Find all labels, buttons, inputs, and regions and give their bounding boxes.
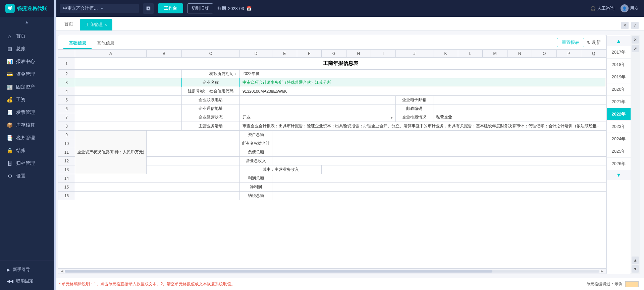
- year-2018[interactable]: 2018年: [607, 59, 631, 71]
- cell-7a: [75, 113, 182, 122]
- cell-5k[interactable]: [433, 96, 606, 104]
- year-nav-up-button[interactable]: ▲: [607, 36, 631, 46]
- year-nav-down-button[interactable]: ▼: [607, 170, 631, 180]
- year-2026[interactable]: 2026年: [607, 158, 631, 170]
- sidebar-label-inventory: 库存核算: [16, 122, 35, 128]
- row-num-6: 6: [58, 104, 75, 113]
- year-2022[interactable]: 2022年: [607, 108, 631, 121]
- table-row: 5 企业联系电话 企业电子邮箱: [58, 96, 606, 104]
- horizontal-scrollbar[interactable]: ◀ ▶: [58, 268, 606, 274]
- sidebar-item-inventory[interactable]: 📦 库存核算: [0, 119, 54, 132]
- sub-tab-basic[interactable]: 基础信息: [63, 38, 92, 49]
- year-2021[interactable]: 2021年: [607, 96, 631, 108]
- sidebar-item-newbie[interactable]: ▶ 新手引导: [0, 264, 54, 275]
- asset-icon: 🏢: [7, 84, 13, 90]
- copy-button[interactable]: ⧉: [143, 3, 154, 14]
- row-num-13: 13: [58, 165, 75, 174]
- panel-expand-button[interactable]: ⤢: [632, 45, 639, 52]
- cell-16d[interactable]: [272, 192, 606, 200]
- row-num-14: 14: [58, 174, 75, 183]
- row-num-8: 8: [58, 122, 75, 131]
- sub-tab-other[interactable]: 其他信息: [92, 38, 120, 49]
- tab-gongshang[interactable]: 工商管理 ×: [80, 19, 112, 30]
- sidebar-item-report[interactable]: 📊 报表中心: [0, 55, 54, 68]
- period-area: 账期 2023-03 📅: [217, 5, 252, 11]
- cell-8d[interactable]: 审查企业会计报表；出具审计报告；验证企业资本；出具验资报告；办理企业合开、分立、…: [240, 122, 606, 131]
- workbench-button[interactable]: 工作台: [158, 3, 183, 13]
- tab-close-all-button[interactable]: ✕: [621, 22, 629, 29]
- cell-13f[interactable]: [322, 165, 606, 174]
- cell-2d[interactable]: 2022年度: [240, 70, 606, 78]
- sidebar-label-ledger: 总账: [16, 46, 25, 52]
- year-2025[interactable]: 2025年: [607, 145, 631, 158]
- user-label: 用友: [630, 5, 639, 11]
- scroll-thumb[interactable]: [65, 270, 492, 273]
- year-2020[interactable]: 2020年: [607, 83, 631, 96]
- sidebar-menu: ⌂ 首页 ▤ 总账 📊 报表中心 💳 资金管理 🏢 固定资产 💰 工资: [0, 27, 54, 260]
- calendar-icon[interactable]: 📅: [246, 6, 252, 11]
- year-2023[interactable]: 2023年: [607, 121, 631, 133]
- tab-home[interactable]: 首页: [59, 18, 78, 30]
- sidebar-label-home: 首页: [16, 33, 25, 39]
- sidebar-item-ledger[interactable]: ▤ 总账: [0, 43, 54, 55]
- invoice-icon: 🧾: [7, 110, 13, 116]
- sidebar-item-salary[interactable]: 💰 工资: [0, 93, 54, 106]
- tab-close-button[interactable]: ×: [105, 22, 107, 27]
- sidebar-item-close[interactable]: 🔒 结账: [0, 144, 54, 157]
- col-p: P: [556, 50, 581, 58]
- cell-14d[interactable]: [272, 174, 606, 183]
- tab-expand-button[interactable]: ⤢: [631, 22, 639, 29]
- cell-7k[interactable]: 私营企业: [433, 113, 606, 122]
- cell-3d[interactable]: 中审众环会计师事务所（特殊普通合伙）江苏分所: [240, 78, 606, 87]
- sidebar-item-fund[interactable]: 💳 资金管理: [0, 68, 54, 81]
- sidebar-item-settings[interactable]: ⚙ 设置: [0, 170, 54, 183]
- cell-15d[interactable]: [272, 183, 606, 192]
- sidebar-item-unpin[interactable]: ◀◀ 取消固定: [0, 275, 54, 287]
- user-menu[interactable]: 👤 用友: [621, 4, 639, 12]
- salary-icon: 💰: [7, 97, 13, 103]
- sidebar-label-settings: 设置: [16, 173, 25, 179]
- cell-15c: 净利润: [240, 183, 272, 192]
- scroll-left-button[interactable]: ◀: [59, 269, 65, 273]
- topbar-right: 🎧 人工咨询 👤 用友: [590, 4, 639, 12]
- cell-12d[interactable]: [272, 157, 606, 165]
- cell-7d[interactable]: 开业 ▼: [240, 113, 396, 122]
- cell-7c: 企业经营状态: [181, 113, 239, 122]
- scroll-right-button[interactable]: ▶: [599, 269, 605, 273]
- play-icon: ▶: [7, 267, 10, 272]
- sidebar-bottom: ▶ 新手引导 ◀◀ 取消固定: [0, 260, 54, 290]
- year-2024[interactable]: 2024年: [607, 133, 631, 145]
- spreadsheet-container: 基础信息 其他信息 重置报表 ↻ 刷新: [58, 35, 606, 274]
- cell-6d[interactable]: [240, 104, 396, 113]
- panel-collapse-up-button[interactable]: ▲: [632, 257, 639, 264]
- edit-example-label: 单元格编辑过：示例: [586, 281, 623, 287]
- cell-11d[interactable]: [272, 148, 606, 157]
- sidebar-item-invoice[interactable]: 🧾 发票管理: [0, 106, 54, 119]
- panel-collapse-down-button[interactable]: ▼: [632, 265, 639, 273]
- cell-9d[interactable]: [272, 131, 606, 139]
- sidebar-item-home[interactable]: ⌂ 首页: [0, 30, 54, 43]
- company-selector[interactable]: 中审众环会计师事务所（特殊普通合伙... ▼: [60, 4, 139, 13]
- cell-4d[interactable]: 91320100MA208E5W6K: [240, 87, 606, 96]
- cell-9c: 资产总额: [240, 131, 272, 139]
- sidebar-item-asset[interactable]: 🏢 固定资产: [0, 81, 54, 93]
- sidebar-item-tax[interactable]: 📑 税务管理: [0, 132, 54, 144]
- year-2019[interactable]: 2019年: [607, 71, 631, 83]
- cell-6k[interactable]: [433, 104, 606, 113]
- reset-report-button[interactable]: 重置报表: [557, 38, 584, 47]
- title-cell[interactable]: 工商年报信息表: [75, 58, 606, 70]
- help-button[interactable]: 🎧 人工咨询: [590, 5, 614, 11]
- panel-close-button[interactable]: ✕: [632, 36, 639, 44]
- sidebar-scroll-up[interactable]: ▲: [0, 17, 54, 27]
- scroll-track[interactable]: [65, 270, 599, 273]
- refresh-button[interactable]: ↻ 刷新: [587, 40, 601, 46]
- spreadsheet-wrapper[interactable]: A B C D E F G H I J: [58, 50, 606, 268]
- logo-text: 畅捷通易代账: [17, 5, 47, 12]
- sidebar-item-archive[interactable]: 🗄 归档管理: [0, 157, 54, 170]
- cell-5d[interactable]: [240, 96, 396, 104]
- cell-7j: 企业控股情况: [395, 113, 433, 122]
- old-version-button[interactable]: 切到旧版: [187, 3, 213, 13]
- cell-10d[interactable]: [272, 139, 606, 148]
- table-row: 2 税款所属期间： 2022年度: [58, 70, 606, 78]
- year-2017[interactable]: 2017年: [607, 46, 631, 59]
